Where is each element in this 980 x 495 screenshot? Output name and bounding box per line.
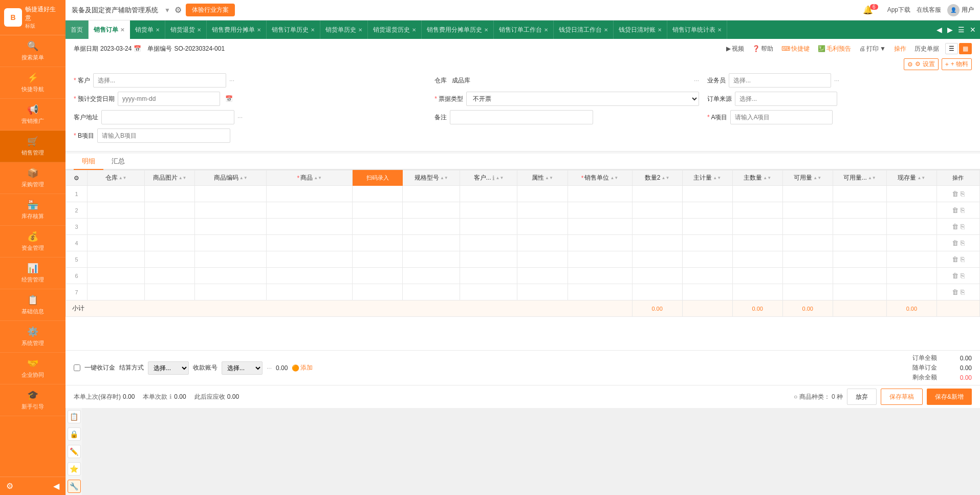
add-material-btn[interactable]: + + 物料: [942, 58, 972, 70]
save-new-btn[interactable]: 保存&新增: [927, 389, 972, 405]
row-qty2-1[interactable]: [632, 186, 682, 202]
tab-next-icon[interactable]: ▶: [945, 25, 955, 35]
warehouse-sort-icon[interactable]: ▲▼: [119, 176, 127, 180]
qty2-sort-icon[interactable]: ▲▼: [662, 176, 670, 180]
row-delete-4[interactable]: 🗑: [952, 239, 959, 247]
sidebar-item-guide[interactable]: 🎓 新手引导: [0, 384, 66, 416]
right-panel-icon-1[interactable]: 📋: [68, 410, 81, 423]
sidebar-item-basic[interactable]: 📋 基础信息: [0, 289, 66, 321]
tab-fee-split[interactable]: 销售费用分摊单 ✕: [207, 20, 267, 39]
detail-tab-summary[interactable]: 汇总: [103, 154, 133, 170]
row-copy-6[interactable]: ⎘: [961, 272, 965, 279]
user-menu[interactable]: 👤 用户: [947, 4, 974, 16]
tab-refund-history-close[interactable]: ✕: [412, 27, 416, 33]
name-sort-icon[interactable]: ▲▼: [314, 176, 322, 180]
detail-tab-detail[interactable]: 明细: [74, 154, 103, 170]
b-project-input[interactable]: [97, 128, 230, 143]
tab-refund-history[interactable]: 销货退货历史 ✕: [368, 20, 422, 39]
operation-btn[interactable]: 操作: [892, 44, 908, 54]
online-support-link[interactable]: 在线客服: [917, 6, 941, 14]
row-delete-2[interactable]: 🗑: [952, 206, 959, 214]
row-mainqty-1[interactable]: [732, 186, 782, 202]
sidebar-item-inventory[interactable]: 🏪 库存核算: [0, 194, 66, 226]
tab-sales-return[interactable]: 销货单 ✕: [130, 20, 165, 39]
a-project-input[interactable]: [730, 110, 833, 124]
right-panel-icon-5[interactable]: 🔧: [68, 480, 81, 493]
receipt-account-select[interactable]: 选择...: [222, 361, 263, 375]
tab-order-history-close[interactable]: ✕: [311, 27, 315, 33]
row-spec-1[interactable]: [403, 186, 460, 202]
row-product-1[interactable]: [267, 186, 353, 202]
main-unit-sort-icon[interactable]: ▲▼: [713, 176, 721, 180]
tab-prev-icon[interactable]: ◀: [934, 25, 944, 35]
row-copy-5[interactable]: ⎘: [961, 255, 965, 263]
row-delete-7[interactable]: 🗑: [952, 288, 959, 296]
tab-cash-daily[interactable]: 钱贷日清工作台 ✕: [554, 20, 614, 39]
tab-sales-stats-close[interactable]: ✕: [717, 27, 722, 33]
order-source-input[interactable]: [735, 92, 837, 106]
profit-forecast-btn[interactable]: 💹 毛利预告: [816, 44, 853, 54]
avail-sort-icon[interactable]: ▲▼: [813, 176, 821, 180]
warehouse-dots-icon[interactable]: ···: [694, 77, 699, 84]
tab-close-all-icon[interactable]: ✕: [968, 25, 978, 35]
row-copy-2[interactable]: ⎘: [961, 206, 965, 214]
history-btn[interactable]: 历史单据: [912, 44, 941, 54]
delivery-date-input[interactable]: [118, 92, 220, 106]
tab-home[interactable]: 首页: [66, 20, 89, 39]
image-sort-icon[interactable]: ▲▼: [179, 176, 187, 180]
receipt-dots-icon[interactable]: ···: [267, 364, 272, 372]
right-panel-icon-3[interactable]: ✏️: [68, 445, 81, 458]
tab-fee-history[interactable]: 销售费用分摊单历史 ✕: [422, 20, 494, 39]
spec-sort-icon[interactable]: ▲▼: [440, 176, 448, 180]
industry-btn[interactable]: 体验行业方案: [186, 4, 235, 16]
sidebar-item-search[interactable]: 🔍 搜索菜单: [0, 35, 66, 67]
quick-order-checkbox[interactable]: [74, 364, 80, 371]
tab-sales-refund-close[interactable]: ✕: [197, 27, 201, 33]
avail2-sort-icon[interactable]: ▲▼: [868, 176, 876, 180]
row-delete-3[interactable]: 🗑: [952, 223, 959, 230]
topbar-settings-icon[interactable]: ⚙: [175, 5, 182, 15]
payment-method-select[interactable]: 选择...: [148, 361, 189, 375]
row-custcode-1[interactable]: [460, 186, 517, 202]
settings-btn[interactable]: ⚙ ⚙ 设置: [904, 58, 938, 70]
salesperson-dots-icon[interactable]: ···: [834, 77, 839, 84]
address-dots-icon[interactable]: ···: [237, 114, 243, 121]
tab-sales-order-close[interactable]: ✕: [120, 27, 124, 33]
row-delete-1[interactable]: 🗑: [952, 190, 959, 198]
row-attr-1[interactable]: [517, 186, 568, 202]
row-copy-3[interactable]: ⎘: [961, 223, 965, 230]
sidebar-item-purchase[interactable]: 📦 采购管理: [0, 162, 66, 194]
tab-sales-refund[interactable]: 销货退货 ✕: [165, 20, 207, 39]
tab-cash-reconcile[interactable]: 钱贷日清对账 ✕: [614, 20, 667, 39]
print-btn[interactable]: 🖨 打印 ▼: [857, 44, 888, 54]
customer-dots-icon[interactable]: ···: [229, 77, 234, 84]
sidebar-item-enterprise[interactable]: 🤝 企业协同: [0, 353, 66, 384]
tab-order-workbench[interactable]: 销售订单工作台 ✕: [494, 20, 554, 39]
tab-fee-history-close[interactable]: ✕: [484, 27, 488, 33]
customer-input[interactable]: [93, 73, 226, 88]
stock-sort-icon[interactable]: ▲▼: [917, 176, 925, 180]
delivery-calendar-icon[interactable]: 📅: [225, 95, 233, 102]
row-unit-1[interactable]: [568, 186, 632, 202]
row-copy-4[interactable]: ⎘: [961, 239, 965, 247]
grid-view-btn[interactable]: ▦: [959, 43, 972, 54]
row-warehouse-1[interactable]: [88, 186, 145, 202]
tab-order-workbench-close[interactable]: ✕: [544, 27, 548, 33]
view-video-btn[interactable]: ▶ 视频: [724, 44, 746, 54]
sidebar-item-quicknav[interactable]: ⚡ 快捷导航: [0, 67, 66, 99]
sidebar-item-finance[interactable]: 💰 资金管理: [0, 226, 66, 257]
calendar-icon[interactable]: 📅: [134, 45, 141, 52]
code-sort-icon[interactable]: ▲▼: [239, 176, 248, 180]
tab-cash-daily-close[interactable]: ✕: [604, 27, 608, 33]
customer-code-sort-icon[interactable]: ▲▼: [496, 176, 504, 180]
tab-sales-stats[interactable]: 销售订单统计表 ✕: [667, 20, 727, 39]
sidebar-item-operations[interactable]: 📊 经营管理: [0, 257, 66, 289]
shortcut-btn[interactable]: ⌨ 快捷键: [779, 44, 812, 54]
note-input[interactable]: [450, 110, 593, 124]
sidebar-item-system[interactable]: ⚙️ 系统管理: [0, 321, 66, 353]
row-code-1[interactable]: [195, 186, 267, 202]
tab-return-history-close[interactable]: ✕: [358, 27, 362, 33]
tab-menu-icon[interactable]: ☰: [956, 25, 967, 35]
row-copy-7[interactable]: ⎘: [961, 288, 965, 296]
address-input[interactable]: [101, 110, 234, 124]
